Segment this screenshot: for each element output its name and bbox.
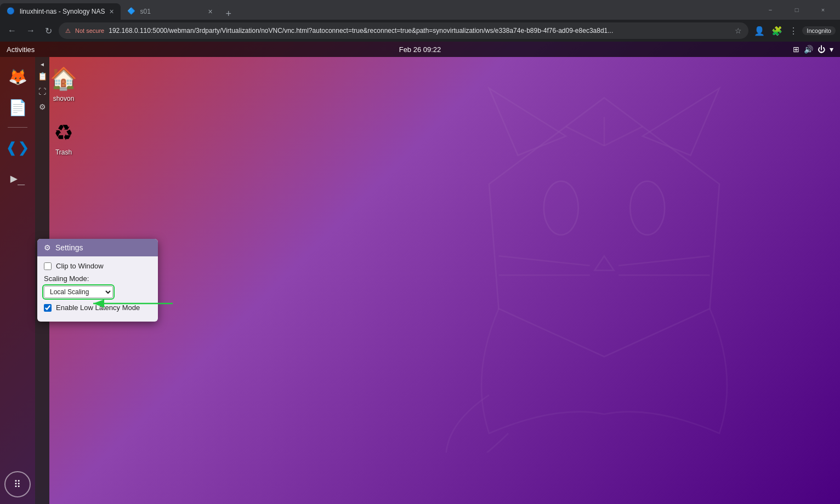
dock-item-firefox[interactable]: 🦊 (4, 64, 31, 90)
dock: 🦊 📄 ❰❯ ▶_ ⠿ (0, 57, 35, 504)
clip-to-window-row: Clip to Window (44, 262, 151, 270)
settings-panel: ⚙ Settings Clip to Window Scaling Mode: … (37, 239, 158, 322)
address-action-icons: ☆ (735, 26, 742, 35)
network-icon[interactable]: ⊞ (793, 45, 799, 54)
forward-button[interactable]: → (23, 24, 38, 38)
svg-point-4 (630, 181, 665, 235)
low-latency-label: Enable Low Latency Mode (56, 303, 140, 312)
dock-item-terminal[interactable]: ▶_ (4, 165, 31, 191)
dock-bottom: ⠿ (4, 471, 31, 497)
profile-icon[interactable]: 👤 (752, 24, 767, 38)
low-latency-checkbox[interactable] (44, 304, 52, 312)
incognito-badge: Incognito (802, 26, 836, 35)
tab-close-1[interactable]: × (109, 7, 113, 16)
gnome-topbar: Activities Feb 26 09:22 ⊞ 🔊 ⏻ ▾ (0, 42, 840, 57)
window-controls: − □ × (758, 0, 840, 20)
topbar-right-icons: ⊞ 🔊 ⏻ ▾ (793, 45, 833, 54)
trash-icon: ♻ (54, 120, 73, 145)
tab-bar: 🔵 linuxhint-nas - Synology NAS × 🔷 s01 ×… (0, 0, 840, 20)
vnc-clipboard-button[interactable]: 📋 (36, 70, 49, 83)
trash-label: Trash (55, 148, 72, 156)
settings-gear-icon: ⚙ (44, 243, 51, 252)
tab-close-2[interactable]: × (208, 7, 212, 16)
extensions-icon[interactable]: 🧩 (769, 24, 785, 38)
bookmark-icon[interactable]: ☆ (735, 26, 742, 35)
dock-item-vscode[interactable]: ❰❯ (4, 134, 31, 161)
settings-panel-header: ⚙ Settings (37, 239, 158, 256)
files-icon: 📄 (8, 99, 27, 117)
svg-point-3 (544, 181, 578, 235)
address-bar: ← → ↻ ⚠ Not secure 192.168.0.110:5000/we… (0, 20, 840, 42)
clip-to-window-label: Clip to Window (56, 262, 104, 270)
svg-marker-1 (489, 88, 566, 156)
close-button[interactable]: × (810, 0, 836, 20)
browser-menu-icon[interactable]: ⋮ (787, 24, 800, 38)
scaling-mode-row: Scaling Mode: Local Scaling Remote Resiz… (44, 274, 151, 298)
cat-watermark (412, 69, 796, 453)
reload-button[interactable]: ↻ (42, 24, 55, 38)
firefox-icon: 🦊 (8, 68, 27, 86)
system-menu-icon[interactable]: ▾ (830, 45, 833, 54)
vnc-sidebar-toggle[interactable]: ◄ (39, 61, 46, 67)
tab-favicon-1: 🔵 (7, 7, 15, 16)
settings-panel-title: Settings (55, 243, 83, 252)
show-applications-button[interactable]: ⠿ (4, 471, 31, 497)
desktop: Activities Feb 26 09:22 ⊞ 🔊 ⏻ ▾ 🦊 📄 ❰❯ ▶… (0, 42, 840, 504)
settings-panel-body: Clip to Window Scaling Mode: Local Scali… (37, 256, 158, 322)
tab-title-1: linuxhint-nas - Synology NAS (20, 8, 105, 15)
home-folder-label: shovon (53, 95, 75, 102)
dock-separator (8, 127, 27, 128)
apps-grid-icon: ⠿ (14, 478, 21, 490)
url-text: 192.168.0.110:5000/webman/3rdparty/Virtu… (109, 27, 730, 35)
not-secure-label: Not secure (75, 27, 104, 34)
home-folder-icon: 🏠 (50, 66, 77, 91)
minimize-button[interactable]: − (758, 0, 783, 20)
new-tab-button[interactable]: + (219, 8, 239, 20)
svg-line-8 (618, 256, 710, 266)
vscode-icon: ❰❯ (5, 139, 30, 156)
topbar-clock: Feb 26 09:22 (399, 45, 441, 54)
maximize-button[interactable]: □ (784, 0, 809, 20)
svg-line-10 (566, 127, 604, 146)
address-field[interactable]: ⚠ Not secure 192.168.0.110:5000/webman/3… (59, 22, 748, 39)
security-warning-icon: ⚠ (65, 27, 71, 35)
vnc-settings-button[interactable]: ⚙ (37, 100, 48, 113)
power-icon[interactable]: ⏻ (818, 45, 825, 54)
activities-button[interactable]: Activities (7, 45, 35, 54)
volume-icon[interactable]: 🔊 (804, 45, 813, 54)
svg-line-11 (604, 127, 643, 146)
vnc-fullscreen-button[interactable]: ⛶ (36, 85, 48, 98)
tab-title-2: s01 (140, 8, 151, 15)
tab-favicon-2: 🔷 (127, 7, 136, 16)
dock-item-files[interactable]: 📄 (4, 94, 31, 121)
clip-to-window-checkbox[interactable] (44, 262, 52, 270)
back-button[interactable]: ← (4, 24, 20, 38)
scaling-mode-select[interactable]: Local Scaling Remote Resizing None (44, 286, 113, 298)
browser-right-icons: 👤 🧩 ⋮ Incognito (752, 24, 836, 38)
svg-marker-5 (595, 256, 614, 270)
tab-1[interactable]: 🔵 linuxhint-nas - Synology NAS × (0, 3, 121, 20)
scaling-mode-label: Scaling Mode: (44, 274, 151, 283)
tab-2[interactable]: 🔷 s01 × (121, 3, 219, 20)
terminal-icon: ▶_ (10, 171, 25, 185)
low-latency-row: Enable Low Latency Mode (44, 303, 151, 312)
svg-marker-2 (643, 88, 719, 156)
svg-line-6 (499, 256, 590, 266)
